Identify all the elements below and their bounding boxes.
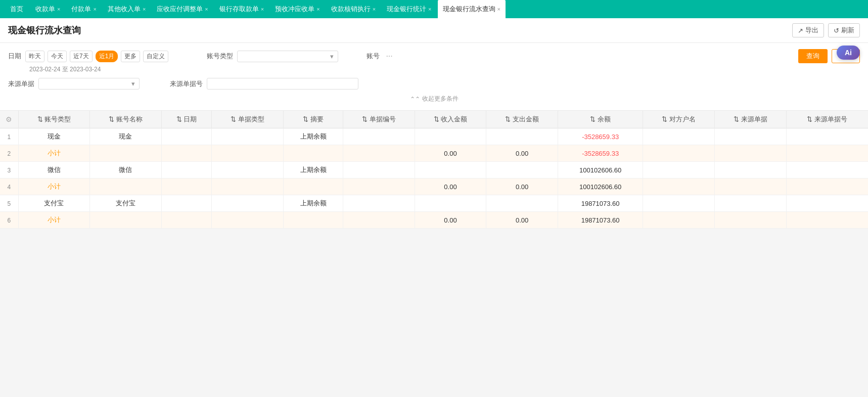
table-row: 6 小计 0.00 0.00 19871073.60 xyxy=(0,212,868,229)
search-button[interactable]: 查询 xyxy=(798,49,828,63)
nav-tab-yuShouChong[interactable]: 预收冲应收单 × xyxy=(270,0,325,18)
cell-source-doc xyxy=(714,179,786,195)
cell-account-type: 小计 xyxy=(18,179,90,195)
th-doc-num[interactable]: ⇅ 单据编号 xyxy=(343,111,415,128)
nav-tab-yingShouTiaoZheng[interactable]: 应收应付调整单 × xyxy=(152,0,213,18)
export-button[interactable]: ↗ 导出 xyxy=(792,23,824,37)
cell-num: 4 xyxy=(0,179,18,195)
cell-source-doc-num xyxy=(786,179,868,195)
cell-date xyxy=(161,162,212,179)
date-shortcuts: 昨天 今天 近7天 近1月 更多 自定义 xyxy=(25,51,168,62)
cell-account-name: 微信 xyxy=(90,162,162,179)
date-btn-today[interactable]: 今天 xyxy=(48,51,67,62)
cell-counterparty xyxy=(643,162,715,179)
th-income[interactable]: ⇅ 收入金额 xyxy=(415,111,486,128)
cell-balance: 100102606.60 xyxy=(558,179,643,195)
th-doc-type[interactable]: ⇅ 单据类型 xyxy=(212,111,284,128)
th-account-type[interactable]: ⇅ 账号类型 xyxy=(18,111,90,128)
cell-counterparty xyxy=(643,179,715,195)
cell-counterparty xyxy=(643,145,715,162)
date-btn-yesterday[interactable]: 昨天 xyxy=(25,51,44,62)
cell-source-doc-num xyxy=(786,162,868,179)
table-row: 2 小计 0.00 0.00 -3528659.33 xyxy=(0,145,868,162)
date-btn-custom[interactable]: 自定义 xyxy=(143,51,168,62)
table-row: 3 微信 微信 上期余额 100102606.60 xyxy=(0,162,868,179)
collapse-bar[interactable]: ⌃⌃ 收起更多条件 xyxy=(8,94,860,104)
nav-close-shouKuanHeXiao[interactable]: × xyxy=(373,6,376,12)
cell-date xyxy=(161,195,212,212)
nav-home[interactable]: 首页 xyxy=(4,5,29,14)
nav-close-yinHangCunQu[interactable]: × xyxy=(261,6,264,12)
collapse-icon: ⌃⌃ xyxy=(410,96,420,103)
cell-balance: 19871073.60 xyxy=(558,212,643,229)
cell-expense: 0.00 xyxy=(486,179,558,195)
date-btn-7days[interactable]: 近7天 xyxy=(70,51,93,62)
nav-tab-shouKuanDan[interactable]: 收款单 × xyxy=(30,0,65,18)
date-btn-more[interactable]: 更多 xyxy=(121,51,140,62)
source-doc-num-input[interactable] xyxy=(207,78,358,90)
th-source-doc-num[interactable]: ⇅ 来源单据号 xyxy=(786,111,868,128)
cell-num: 2 xyxy=(0,145,18,162)
nav-close-qiTaShouRuDan[interactable]: × xyxy=(143,6,146,12)
page-title: 现金银行流水查询 xyxy=(8,24,81,36)
gear-icon[interactable]: ⚙ xyxy=(6,115,12,123)
cell-doc-num xyxy=(343,128,415,145)
cell-expense: 0.00 xyxy=(486,145,558,162)
account-type-label: 账号类型 xyxy=(207,52,233,61)
cell-num: 5 xyxy=(0,195,18,212)
cell-summary xyxy=(284,179,343,195)
chevron-down-icon: ▾ xyxy=(330,53,334,60)
cell-date xyxy=(161,179,212,195)
cell-summary: 上期余额 xyxy=(284,195,343,212)
more-icon[interactable]: ··· xyxy=(386,52,392,61)
cell-account-name: 现金 xyxy=(90,128,162,145)
cell-counterparty xyxy=(643,128,715,145)
nav-close-fuKuanDan[interactable]: × xyxy=(93,6,96,12)
nav-close-shouKuanDan[interactable]: × xyxy=(57,6,60,12)
cell-doc-type xyxy=(212,179,284,195)
filter-area: 日期 昨天 今天 近7天 近1月 更多 自定义 账号类型 ▾ 账号 ··· xyxy=(0,43,868,111)
export-icon: ↗ xyxy=(798,27,803,34)
nav-tab-qiTaShouRuDan[interactable]: 其他收入单 × xyxy=(103,0,151,18)
nav-tab-xianjinLiuShui[interactable]: 现金银行流水查询 × xyxy=(438,0,506,18)
ai-button[interactable]: Ai xyxy=(837,46,860,60)
cell-doc-type xyxy=(212,145,284,162)
cell-source-doc-num xyxy=(786,212,868,229)
nav-tab-fuKuanDan[interactable]: 付款单 × xyxy=(66,0,101,18)
cell-account-name xyxy=(90,145,162,162)
refresh-button[interactable]: ↺ 刷新 xyxy=(828,23,860,37)
th-account-name[interactable]: ⇅ 账号名称 xyxy=(90,111,162,128)
th-counterparty[interactable]: ⇅ 对方户名 xyxy=(643,111,715,128)
nav-close-yuShouChong[interactable]: × xyxy=(316,6,319,12)
nav-close-yingShouTiaoZheng[interactable]: × xyxy=(205,6,208,12)
th-summary[interactable]: ⇅ 摘要 xyxy=(284,111,343,128)
cell-expense xyxy=(486,162,558,179)
cell-account-name xyxy=(90,212,162,229)
cell-account-type: 现金 xyxy=(18,128,90,145)
th-source-doc[interactable]: ⇅ 来源单据 xyxy=(714,111,786,128)
nav-tab-yinHangCunQu[interactable]: 银行存取款单 × xyxy=(214,0,269,18)
th-expense[interactable]: ⇅ 支出金额 xyxy=(486,111,558,128)
account-label: 账号 xyxy=(367,52,380,61)
nav-tab-shouKuanHeXiao[interactable]: 收款核销执行 × xyxy=(326,0,381,18)
nav-close-xianjinLiuShui[interactable]: × xyxy=(497,6,500,12)
th-balance[interactable]: ⇅ 余额 xyxy=(558,111,643,128)
cell-balance: 19871073.60 xyxy=(558,195,643,212)
cell-summary: 上期余额 xyxy=(284,162,343,179)
nav-close-xianjinTongJi[interactable]: × xyxy=(428,6,431,12)
source-doc-num-filter: 来源单据号 xyxy=(170,78,358,90)
th-date[interactable]: ⇅ 日期 xyxy=(161,111,212,128)
cell-income xyxy=(415,195,486,212)
cell-account-name: 支付宝 xyxy=(90,195,162,212)
cell-summary xyxy=(284,212,343,229)
cell-date xyxy=(161,212,212,229)
cell-income xyxy=(415,128,486,145)
top-navigation: 首页 收款单 × 付款单 × 其他收入单 × 应收应付调整单 × 银行存取款单 … xyxy=(0,0,868,18)
table-container: ⚙ ⇅ 账号类型 ⇅ 账号名称 ⇅ 日期 ⇅ 单据类型 xyxy=(0,111,868,229)
table-row: 5 支付宝 支付宝 上期余额 19871073.60 xyxy=(0,195,868,212)
cell-doc-num xyxy=(343,212,415,229)
account-type-select[interactable]: ▾ xyxy=(237,51,338,62)
date-btn-1month[interactable]: 近1月 xyxy=(96,51,118,62)
nav-tab-xianjinTongJi[interactable]: 现金银行统计 × xyxy=(382,0,436,18)
source-doc-select[interactable]: ▾ xyxy=(38,78,140,90)
